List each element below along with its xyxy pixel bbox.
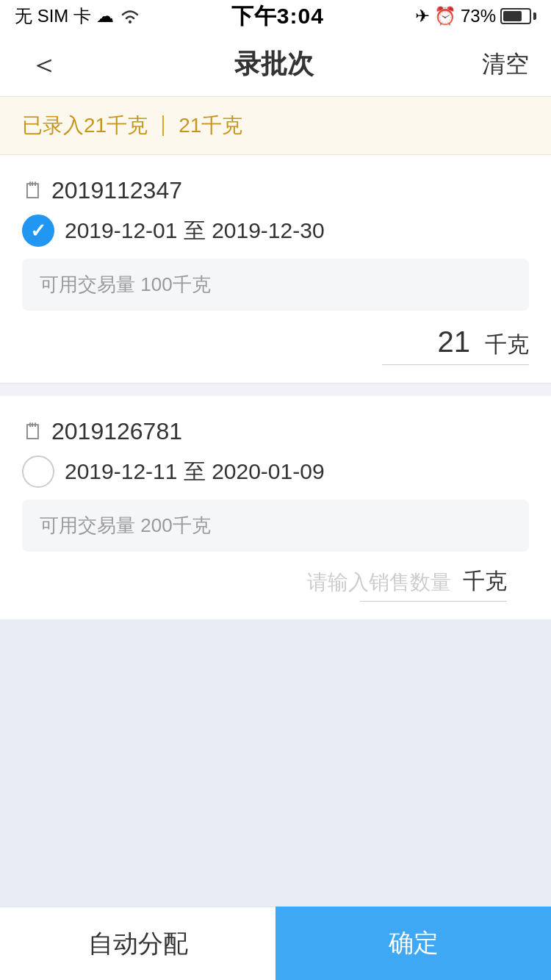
sim-status: 无 SIM 卡 ☁ [15, 4, 114, 28]
svg-point-0 [129, 21, 132, 24]
batch-2-id: 2019126781 [51, 418, 182, 445]
status-bar: 无 SIM 卡 ☁ 下午3:04 ✈ ⏰ 73% [0, 0, 551, 32]
batch-2-date: 2019-12-11 至 2020-01-09 [65, 457, 325, 487]
batch-2-available-qty: 可用交易量 200千克 [40, 514, 211, 536]
batch-1-doc-icon: 🗒 [22, 179, 44, 203]
batch-1-id: 2019112347 [51, 177, 182, 204]
location-icon: ✈ [415, 6, 430, 26]
batch-1-header: 🗒 2019112347 [22, 177, 529, 204]
batch-1-amount-row: 21 千克 [0, 311, 551, 384]
batch-2-input-row: 千克 [22, 552, 529, 619]
batch-1-radio[interactable]: ✓ [22, 215, 54, 247]
section-divider [0, 384, 551, 396]
recorded-amount-label: 已录入21千克 [22, 112, 148, 140]
batch-item-2: 🗒 2019126781 2019-12-11 至 2020-01-09 可用交… [0, 396, 551, 552]
clear-button[interactable]: 清空 [482, 48, 529, 81]
battery-icon [500, 8, 536, 24]
amount-value: 21千克 [179, 112, 242, 140]
input-underline [360, 601, 507, 602]
amount-underline [382, 364, 529, 365]
back-button[interactable]: ＜ [22, 37, 66, 92]
input-unit: 千克 [463, 566, 507, 597]
check-icon: ✓ [30, 220, 46, 242]
batch-item-1: 🗒 2019112347 ✓ 2019-12-01 至 2019-12-30 可… [0, 155, 551, 311]
batch-2-radio[interactable] [22, 455, 54, 488]
batch-1-unit: 千克 [485, 330, 529, 360]
confirm-button[interactable]: 确定 [276, 907, 551, 980]
batch-2-date-row: 2019-12-11 至 2020-01-09 [22, 455, 529, 488]
batch-1-amount: 21 [438, 325, 471, 359]
auto-distribute-button[interactable]: 自动分配 [0, 907, 276, 980]
info-banner: 已录入21千克 21千克 [0, 97, 551, 155]
page-title: 录批次 [234, 46, 314, 82]
status-time: 下午3:04 [231, 1, 324, 32]
batch-1-date: 2019-12-01 至 2019-12-30 [65, 216, 325, 246]
alarm-icon: ⏰ [434, 6, 456, 26]
batch-1-date-row: ✓ 2019-12-01 至 2019-12-30 [22, 215, 529, 247]
batch-2-input-wrapper: 千克 [0, 552, 551, 619]
status-right: ✈ ⏰ 73% [415, 6, 536, 26]
quantity-input-2[interactable] [231, 568, 451, 595]
batch-2-doc-icon: 🗒 [22, 419, 44, 444]
content-wrapper: 🗒 2019112347 ✓ 2019-12-01 至 2019-12-30 可… [0, 155, 551, 965]
batch-2-header: 🗒 2019126781 [22, 418, 529, 445]
status-left: 无 SIM 卡 ☁ [15, 4, 140, 28]
batch-2-qty-box: 可用交易量 200千克 [22, 500, 529, 552]
wifi-icon [120, 8, 140, 24]
bottom-bar: 自动分配 确定 [0, 907, 551, 980]
nav-bar: ＜ 录批次 清空 [0, 32, 551, 97]
batch-1-available-qty: 可用交易量 100千克 [40, 273, 211, 295]
battery-percent: 73% [461, 6, 496, 26]
banner-divider [162, 115, 164, 136]
batch-1-qty-box: 可用交易量 100千克 [22, 259, 529, 311]
